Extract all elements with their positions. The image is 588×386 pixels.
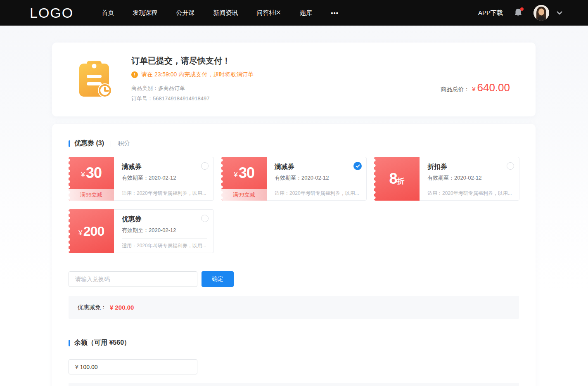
currency-symbol: ¥ <box>78 229 83 237</box>
coupon-scope: 适用：2020年考研专属福利券，以用... <box>427 190 512 197</box>
coupon-value-block: ¥30 满99立减 <box>221 157 267 201</box>
coupon-expiry-label: 有效期至： <box>275 175 301 181</box>
nav-item-home[interactable]: 首页 <box>102 9 114 17</box>
nav-item-news[interactable]: 新闻资讯 <box>213 9 238 17</box>
navbar-right: APP下载 <box>478 5 562 21</box>
discount-value: ¥ 200.00 <box>110 304 134 311</box>
section-accent-bar <box>69 340 70 346</box>
main-nav: 首页 发现课程 公开课 新闻资讯 问答社区 题库 ••• <box>102 9 339 17</box>
coupon-details: 优惠券 有效期至：2020-02-12 适用：2020年考研专属福利券，以用..… <box>114 210 213 253</box>
coupon-details: 满减券 有效期至：2020-02-12 适用：2020年考研专属福利券，以用..… <box>267 157 366 200</box>
user-avatar[interactable] <box>533 5 549 21</box>
order-category-value: 多商品订单 <box>158 85 185 91</box>
coupon-expiry-date: 2020-02-12 <box>301 175 329 181</box>
coupon-value-block: 8折 <box>374 157 420 201</box>
coupon-expiry-label: 有效期至： <box>122 175 149 181</box>
divider <box>427 186 512 186</box>
order-number-value: 5681749184914918497 <box>153 95 209 102</box>
discount-label: 优惠减免： <box>78 304 107 311</box>
coupon-scope: 适用：2020年考研专属福利券，以用... <box>122 242 207 249</box>
redeem-code-row: 确定 <box>69 271 519 287</box>
coupon-expiry-date: 2020-02-12 <box>454 175 482 181</box>
order-total-value: 640.00 <box>477 81 510 94</box>
divider <box>122 238 207 239</box>
discount-summary-bar: 优惠减免： ¥ 200.00 <box>69 296 519 319</box>
brand-logo[interactable]: LOGO <box>30 6 74 20</box>
coupon-scope: 适用：2020年考研专属福利券，以用... <box>275 190 360 197</box>
ticket-scallop-edge <box>69 210 72 252</box>
coupon-expiry: 有效期至：2020-02-12 <box>427 174 512 182</box>
coupon-details: 折扣券 有效期至：2020-02-12 适用：2020年考研专属福利券，以用..… <box>420 157 519 200</box>
coupon-card-full-reduction-2[interactable]: ¥30 满99立减 满减券 有效期至：2020-02-12 适用：2020年考研… <box>221 157 367 201</box>
order-clipboard-clock-icon <box>76 60 112 99</box>
order-number-label: 订单号： <box>131 95 153 102</box>
confirm-button[interactable]: 确定 <box>202 271 234 287</box>
top-navbar: LOGO 首页 发现课程 公开课 新闻资讯 问答社区 题库 ••• APP下载 <box>0 0 588 26</box>
currency-symbol: ¥ <box>81 171 85 179</box>
payment-summary-bar <box>69 383 519 386</box>
currency-symbol: ¥ <box>234 171 238 179</box>
ticket-scallop-edge <box>374 158 377 200</box>
coupon-card-full-reduction-1[interactable]: ¥30 满99立减 满减券 有效期至：2020-02-12 适用：2020年考研… <box>69 157 214 201</box>
coupon-expiry-date: 2020-02-12 <box>149 175 176 181</box>
balance-title: 余额（可用 ¥560） <box>74 339 130 347</box>
coupon-details: 满减券 有效期至：2020-02-12 适用：2020年考研专属福利券，以用..… <box>114 157 213 200</box>
coupon-expiry-date: 2020-02-12 <box>149 227 176 233</box>
app-download-link[interactable]: APP下载 <box>478 9 503 17</box>
coupon-amount: 8 <box>389 170 397 187</box>
ticket-scallop-edge <box>221 158 225 200</box>
order-deadline-warning: ! 请在 23:59:00 内完成支付，超时将取消订单 <box>131 71 441 78</box>
coupon-amount: 30 <box>86 164 102 182</box>
coupon-unit: 折 <box>397 176 405 186</box>
order-title: 订单已提交，请尽快支付！ <box>131 55 441 66</box>
coupon-amount: 200 <box>83 224 104 239</box>
coupon-radio-unchecked[interactable] <box>507 162 514 170</box>
coupon-card-voucher[interactable]: ¥200 优惠券 有效期至：2020-02-12 适用：2020年考研专属福利券… <box>69 209 214 253</box>
order-number-row: 订单号：5681749184914918497 <box>131 93 441 104</box>
redeem-code-input[interactable] <box>69 271 197 287</box>
currency-symbol: ¥ <box>472 85 475 92</box>
coupon-card-discount[interactable]: 8折 折扣券 有效期至：2020-02-12 适用：2020年考研专属福利券，以… <box>374 157 519 201</box>
coupon-condition-tag: 满99立减 <box>221 189 267 201</box>
order-category-label: 商品类别： <box>131 85 158 91</box>
nav-item-question-bank[interactable]: 题库 <box>300 9 312 17</box>
nav-item-open-courses[interactable]: 公开课 <box>176 9 194 17</box>
coupon-title: 满减券 <box>122 163 207 171</box>
coupon-condition-tag: 满99立减 <box>69 189 114 201</box>
coupon-title: 折扣券 <box>427 163 512 171</box>
notification-badge-dot <box>520 7 524 11</box>
order-category-row: 商品类别：多商品订单 <box>131 83 441 93</box>
tab-points[interactable]: 积分 <box>118 140 130 147</box>
coupon-grid: ¥30 满99立减 满减券 有效期至：2020-02-12 适用：2020年考研… <box>69 157 519 253</box>
order-meta: 商品类别：多商品订单 订单号：5681749184914918497 <box>131 83 441 104</box>
order-total-label: 商品总价： <box>441 86 469 92</box>
coupon-scope: 适用：2020年考研专属福利券，以用... <box>122 190 207 197</box>
divider <box>275 186 360 186</box>
coupon-title: 优惠券 <box>122 215 207 224</box>
coupon-expiry-label: 有效期至： <box>427 175 454 181</box>
balance-amount-input[interactable] <box>69 359 197 374</box>
notification-bell-icon[interactable] <box>514 8 523 18</box>
coupon-section-header: 优惠券 (3) 积分 <box>69 139 519 148</box>
order-summary-card: 订单已提交，请尽快支付！ ! 请在 23:59:00 内完成支付，超时将取消订单… <box>52 43 536 116</box>
ticket-scallop-edge <box>69 158 72 200</box>
nav-item-discover-courses[interactable]: 发现课程 <box>133 9 157 17</box>
divider <box>122 186 207 186</box>
nav-item-more[interactable]: ••• <box>331 9 339 17</box>
order-total: 商品总价：¥640.00 <box>441 81 510 94</box>
alert-exclamation-icon: ! <box>131 71 138 78</box>
balance-section-header: 余额（可用 ¥560） <box>69 339 519 347</box>
section-accent-bar <box>69 140 70 147</box>
coupon-radio-checked[interactable] <box>353 162 362 170</box>
order-deadline-text: 请在 23:59:00 内完成支付，超时将取消订单 <box>141 71 254 78</box>
coupon-radio-unchecked[interactable] <box>201 162 209 170</box>
nav-item-qa-community[interactable]: 问答社区 <box>256 9 281 17</box>
chevron-down-icon[interactable] <box>557 11 562 15</box>
coupon-expiry-label: 有效期至： <box>122 227 149 233</box>
coupon-expiry: 有效期至：2020-02-12 <box>275 174 360 182</box>
coupon-radio-unchecked[interactable] <box>201 215 209 222</box>
coupon-value-block: ¥200 <box>69 209 114 253</box>
tab-coupons[interactable]: 优惠券 (3) <box>74 139 104 148</box>
order-info: 订单已提交，请尽快支付！ ! 请在 23:59:00 内完成支付，超时将取消订单… <box>131 55 441 104</box>
tab-divider <box>111 141 111 147</box>
